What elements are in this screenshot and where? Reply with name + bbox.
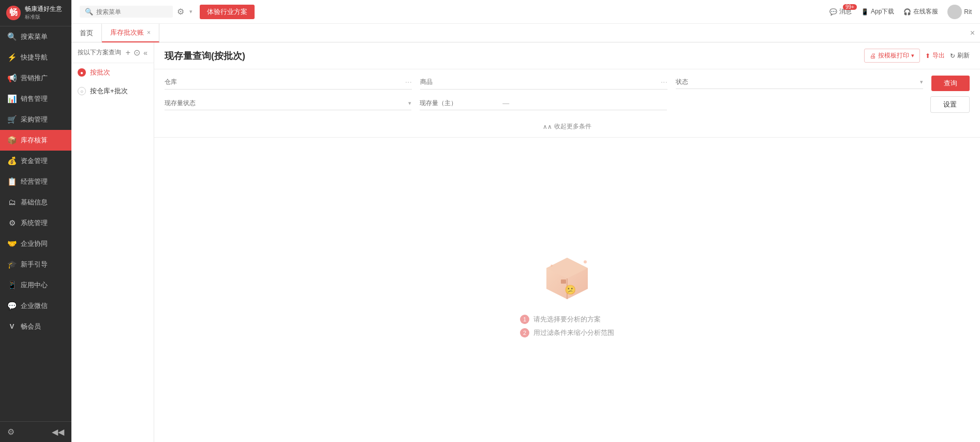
experience-industry-button[interactable]: 体验行业方案 bbox=[200, 5, 255, 19]
status-label: 状态 bbox=[676, 78, 696, 86]
sidebar-wechat-label: 企业微信 bbox=[21, 301, 48, 311]
filter-status: 状态 ▾ bbox=[676, 78, 923, 89]
base-icon: 🗂 bbox=[7, 198, 17, 207]
topbar: 🔍 ⚙ ▾ 体验行业方案 💬 消息 99+ 📱 App下载 🎧 在线客服 Rit bbox=[71, 0, 980, 24]
headset-icon: 🎧 bbox=[903, 8, 911, 16]
sidebar-item-member[interactable]: V 畅会员 bbox=[0, 316, 71, 337]
wechat-icon: 💬 bbox=[7, 301, 17, 311]
refresh-label: 刷新 bbox=[957, 51, 970, 60]
add-scheme-icon[interactable]: + bbox=[126, 48, 130, 57]
scheme-settings-icon[interactable]: ⊙ bbox=[133, 48, 140, 57]
tab-inventory-label: 库存批次账 bbox=[110, 28, 144, 37]
tab-home-label: 首页 bbox=[80, 28, 93, 38]
tab-home[interactable]: 首页 bbox=[71, 24, 102, 42]
right-panel: 现存量查询(按批次) 🖨 按模板打印 ▾ ⬆ 导出 ↻ 刷新 bbox=[154, 42, 980, 442]
print-button[interactable]: 🖨 按模板打印 ▾ bbox=[864, 49, 920, 63]
sidebar-item-search[interactable]: 🔍 搜索菜单 bbox=[0, 26, 71, 47]
status-select[interactable] bbox=[696, 79, 920, 86]
tip-2-num: 2 bbox=[520, 328, 529, 337]
sidebar-search-label: 搜索菜单 bbox=[21, 32, 48, 41]
scheme-warehouse-batch-label: 按仓库+批次 bbox=[90, 86, 128, 96]
sidebar-item-newbie[interactable]: 🎓 新手引导 bbox=[0, 254, 71, 275]
sidebar-appstore-label: 应用中心 bbox=[21, 281, 48, 290]
scheme-item-batch[interactable]: ● 按批次 bbox=[71, 63, 154, 82]
collapse-sidebar-icon[interactable]: ◀◀ bbox=[52, 427, 64, 437]
collab-icon: 🤝 bbox=[7, 239, 17, 248]
query-button[interactable]: 查询 bbox=[931, 76, 970, 91]
export-label: 导出 bbox=[932, 51, 945, 60]
export-icon: ⬆ bbox=[925, 52, 930, 60]
scheme-collapse-icon[interactable]: « bbox=[143, 49, 147, 57]
app-name: 畅康通好生意 bbox=[25, 5, 62, 13]
filter-inventory-quantity: 现存量（主） — bbox=[420, 99, 666, 110]
print-dropdown-arrow[interactable]: ▾ bbox=[911, 52, 914, 59]
tabs-close-all-icon[interactable]: × bbox=[970, 28, 975, 38]
warehouse-input[interactable] bbox=[185, 79, 405, 86]
topbar-right: 💬 消息 99+ 📱 App下载 🎧 在线客服 Rit bbox=[829, 5, 972, 19]
scheme-batch-label: 按批次 bbox=[90, 68, 110, 77]
svg-point-4 bbox=[584, 260, 587, 263]
username-label: Rit bbox=[964, 8, 972, 16]
product-dots[interactable]: ··· bbox=[661, 78, 667, 87]
sidebar-inventory-label: 库存核算 bbox=[21, 136, 48, 145]
scheme-dot-active: ● bbox=[78, 68, 86, 77]
sidebar-item-base[interactable]: 🗂 基础信息 bbox=[0, 192, 71, 213]
inventory-status-select[interactable] bbox=[196, 100, 408, 107]
tab-close-icon[interactable]: × bbox=[147, 29, 151, 36]
sidebar-item-marketing[interactable]: 📢 营销推广 bbox=[0, 68, 71, 89]
sales-icon: 📊 bbox=[7, 94, 17, 104]
sidebar-item-system[interactable]: ⚙ 系统管理 bbox=[0, 213, 71, 233]
sidebar-item-finance[interactable]: 💰 资金管理 bbox=[0, 151, 71, 171]
sidebar-nav: ⚡ 快捷导航 📢 营销推广 📊 销售管理 🛒 采购管理 📦 库存核算 💰 资金管… bbox=[0, 47, 71, 421]
app-download-label: App下载 bbox=[871, 7, 894, 16]
sidebar-item-collab[interactable]: 🤝 企业协同 bbox=[0, 233, 71, 254]
scheme-item-warehouse-batch[interactable]: ○ 按仓库+批次 bbox=[71, 82, 154, 100]
sidebar-item-inventory[interactable]: 📦 库存核算 bbox=[0, 130, 71, 151]
sidebar-item-sales[interactable]: 📊 销售管理 bbox=[0, 89, 71, 109]
logo-text-block: 畅康通好生意 标准版 bbox=[25, 5, 62, 21]
filter-product: 商品 ··· bbox=[420, 78, 667, 90]
tab-inventory-batch[interactable]: 库存批次账 × bbox=[102, 24, 159, 42]
sidebar-item-quicknav[interactable]: ⚡ 快捷导航 bbox=[0, 47, 71, 68]
print-icon: 🖨 bbox=[870, 52, 876, 60]
sidebar-item-business[interactable]: 📋 经营管理 bbox=[0, 171, 71, 192]
filter-warehouse: 仓库 ··· bbox=[165, 78, 412, 90]
print-label: 按模板打印 bbox=[878, 51, 909, 60]
online-service-label: 在线客服 bbox=[913, 7, 938, 16]
inventory-icon: 📦 bbox=[7, 136, 17, 145]
sidebar-bottom: ⚙ ◀◀ bbox=[0, 421, 71, 442]
sidebar-item-wechat[interactable]: 💬 企业微信 bbox=[0, 296, 71, 316]
member-icon: V bbox=[7, 322, 17, 331]
collapse-row[interactable]: ∧∧ 收起更多条件 bbox=[165, 118, 970, 131]
topbar-search-input[interactable] bbox=[96, 8, 158, 16]
topbar-app-download[interactable]: 📱 App下载 bbox=[861, 7, 894, 16]
filter-area: 仓库 ··· 商品 ··· 状态 bbox=[154, 69, 980, 138]
scheme-panel: 按以下方案查询 + ⊙ « ● 按批次 ○ 按仓库+批次 bbox=[71, 42, 154, 442]
sidebar-item-purchase[interactable]: 🛒 采购管理 bbox=[0, 109, 71, 130]
inventory-qty-label: 现存量（主） bbox=[420, 99, 457, 108]
tip-1-text: 请先选择要分析的方案 bbox=[533, 315, 601, 324]
topbar-user[interactable]: Rit bbox=[947, 5, 972, 19]
export-button[interactable]: ⬆ 导出 bbox=[925, 51, 945, 60]
topbar-gear-icon[interactable]: ⚙ bbox=[177, 7, 184, 17]
refresh-button[interactable]: ↻ 刷新 bbox=[950, 51, 970, 60]
refresh-icon: ↻ bbox=[950, 52, 955, 60]
inv-status-arrow-icon: ▾ bbox=[408, 100, 411, 107]
sidebar-collab-label: 企业协同 bbox=[21, 239, 48, 248]
topbar-search-box[interactable]: 🔍 bbox=[80, 6, 173, 18]
topbar-online-service[interactable]: 🎧 在线客服 bbox=[903, 7, 938, 16]
qty-from-input[interactable] bbox=[457, 100, 498, 107]
topbar-message[interactable]: 💬 消息 99+ bbox=[829, 7, 852, 16]
settings-button[interactable]: 设置 bbox=[930, 96, 970, 113]
tip-2-text: 用过滤条件来缩小分析范围 bbox=[533, 328, 614, 337]
newbie-icon: 🎓 bbox=[7, 260, 17, 269]
qty-to-input[interactable] bbox=[513, 100, 555, 107]
search-icon: 🔍 bbox=[7, 32, 17, 41]
filter-inventory-status: 现存量状态 ▾ bbox=[165, 99, 411, 110]
topbar-dropdown-arrow[interactable]: ▾ bbox=[189, 8, 192, 15]
sidebar-item-appstore[interactable]: 📱 应用中心 bbox=[0, 275, 71, 296]
settings-icon[interactable]: ⚙ bbox=[7, 427, 14, 437]
quicknav-icon: ⚡ bbox=[7, 53, 17, 62]
product-input[interactable] bbox=[441, 79, 661, 86]
warehouse-dots[interactable]: ··· bbox=[405, 78, 412, 87]
